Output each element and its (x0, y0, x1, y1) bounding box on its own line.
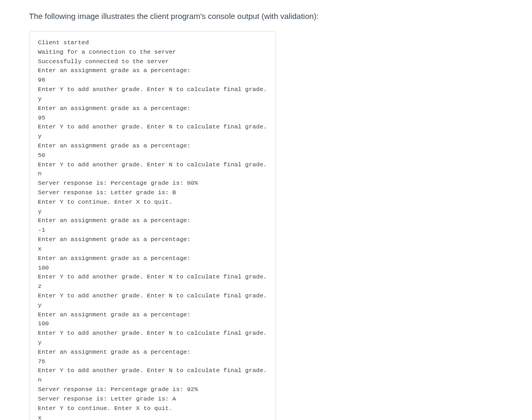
console-line: Enter Y to add another grade. Enter N to… (38, 122, 267, 132)
console-line: Enter an assignment grade as a percentag… (38, 216, 267, 225)
console-line: 95 (38, 113, 267, 123)
console-line: Server response is: Percentage grade is:… (38, 385, 267, 394)
console-line: x (38, 244, 267, 254)
console-line: 96 (38, 75, 267, 85)
console-line: Successfully connected to the server (38, 57, 267, 66)
console-line: Enter Y to add another grade. Enter N to… (38, 328, 267, 338)
console-line: Server response is: Letter grade is: A (38, 394, 267, 404)
console-line: 100 (38, 263, 267, 273)
console-line: Enter Y to add another grade. Enter N to… (38, 272, 267, 282)
console-line: Enter Y to continue. Enter X to quit. (38, 197, 267, 207)
console-line: Enter an assignment grade as a percentag… (38, 310, 267, 319)
document-container: The following image illustrates the clie… (0, 0, 532, 420)
console-line: y (38, 132, 267, 141)
console-line: n (38, 169, 267, 178)
console-line: y (38, 207, 267, 216)
console-line: Enter Y to continue. Enter X to quit. (38, 404, 267, 413)
console-output-block: Client startedWaiting for a connection t… (29, 31, 276, 420)
console-line: 100 (38, 319, 267, 328)
console-line: Enter an assignment grade as a percentag… (38, 66, 267, 75)
console-line: z (38, 282, 267, 291)
console-line: n (38, 375, 267, 385)
intro-text: The following image illustrates the clie… (29, 11, 503, 22)
console-line: Enter an assignment grade as a percentag… (38, 141, 267, 151)
console-line: Client started (38, 38, 267, 47)
console-line: Enter Y to add another grade. Enter N to… (38, 160, 267, 169)
console-line: y (38, 301, 267, 310)
console-line: Enter Y to add another grade. Enter N to… (38, 291, 267, 301)
console-line: 75 (38, 357, 267, 366)
console-line: Enter an assignment grade as a percentag… (38, 104, 267, 113)
console-line: -1 (38, 225, 267, 235)
console-line: Enter Y to add another grade. Enter N to… (38, 366, 267, 375)
console-line: y (38, 338, 267, 347)
console-line: x (38, 413, 267, 421)
console-line: Server response is: Percentage grade is:… (38, 178, 267, 188)
console-line: Waiting for a connection to the server (38, 47, 267, 57)
console-line: Enter an assignment grade as a percentag… (38, 347, 267, 357)
console-line: Enter an assignment grade as a percentag… (38, 235, 267, 244)
console-line: 50 (38, 151, 267, 160)
console-line: Enter Y to add another grade. Enter N to… (38, 85, 267, 94)
console-line: Enter an assignment grade as a percentag… (38, 254, 267, 263)
console-line: Server response is: Letter grade is: B (38, 188, 267, 197)
console-line: y (38, 94, 267, 104)
